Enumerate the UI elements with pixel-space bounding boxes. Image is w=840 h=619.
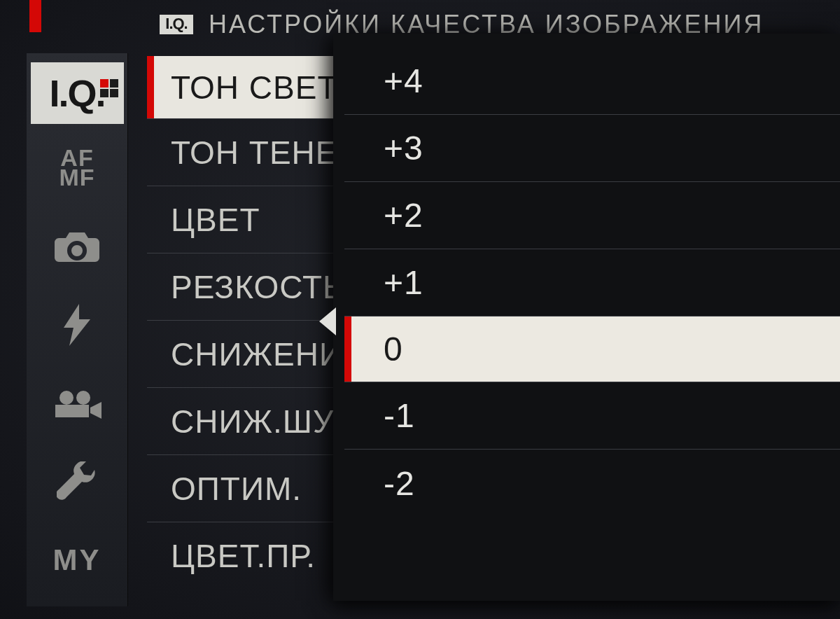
value-option[interactable]: -1 <box>344 382 840 450</box>
top-accent <box>29 0 41 32</box>
menu-item-highlight-tone[interactable]: ТОН СВЕТОВ <box>147 56 357 119</box>
camera-icon <box>55 230 99 263</box>
sidebar: I.Q. AF MF MY <box>27 53 128 606</box>
sidebar-tab-shoot[interactable] <box>27 207 127 286</box>
value-label: -1 <box>384 396 415 435</box>
value-option[interactable]: -2 <box>344 450 840 517</box>
value-label: +4 <box>384 62 424 100</box>
value-option[interactable]: +3 <box>344 115 840 182</box>
value-label: -2 <box>384 464 415 503</box>
sidebar-tab-iq[interactable]: I.Q. <box>27 53 127 129</box>
value-label: +2 <box>384 196 424 235</box>
my-label: MY <box>53 543 102 577</box>
value-label: +3 <box>384 129 424 167</box>
menu-item-color-space[interactable]: ЦВЕТ.ПР. <box>147 522 357 590</box>
value-option[interactable]: +4 <box>344 48 840 115</box>
menu-item-label: ЦВЕТ <box>171 201 260 239</box>
menu-item-label: ТОН СВЕТОВ <box>171 69 357 106</box>
wrench-icon <box>57 461 97 502</box>
value-option[interactable]: +2 <box>344 182 840 249</box>
menu-item-label: СНИЖ.ШУМА <box>171 403 357 440</box>
menu-item-color[interactable]: ЦВЕТ <box>147 186 357 253</box>
sidebar-tab-my[interactable]: MY <box>27 521 127 599</box>
menu-item-label: ЦВЕТ.ПР. <box>171 537 316 575</box>
menu-item-long-exposure-nr[interactable]: СНИЖ.ШУМА <box>147 388 357 455</box>
menu-item-label: СНИЖЕНИЕ ШУМА <box>171 335 357 373</box>
mf-label: MF <box>59 168 94 188</box>
value-option-selected[interactable]: 0 <box>344 317 840 382</box>
iq-label: I.Q. <box>49 71 104 115</box>
sidebar-tab-setup[interactable] <box>27 443 127 521</box>
menu-item-label: ТОН ТЕНЕЙ <box>171 134 357 172</box>
flash-icon <box>64 304 90 346</box>
menu-item-shadow-tone[interactable]: ТОН ТЕНЕЙ <box>147 119 357 186</box>
value-popup: +4 +3 +2 +1 0 -1 -2 <box>333 34 840 601</box>
value-option[interactable]: +1 <box>344 249 840 317</box>
movie-icon <box>52 387 102 420</box>
value-label: 0 <box>384 330 403 368</box>
sidebar-tab-movie[interactable] <box>27 364 127 443</box>
sidebar-tab-afmf[interactable]: AF MF <box>27 129 127 207</box>
sidebar-tab-flash[interactable] <box>27 286 127 364</box>
menu-item-label: ОПТИМ. <box>171 470 302 508</box>
value-label: +1 <box>384 263 424 302</box>
chevron-left-icon <box>319 307 336 335</box>
menu-item-optimize[interactable]: ОПТИМ. <box>147 455 357 522</box>
iq-small-badge: I.Q. <box>160 15 193 34</box>
menu-item-label: РЕЗКОСТЬ <box>171 268 344 306</box>
